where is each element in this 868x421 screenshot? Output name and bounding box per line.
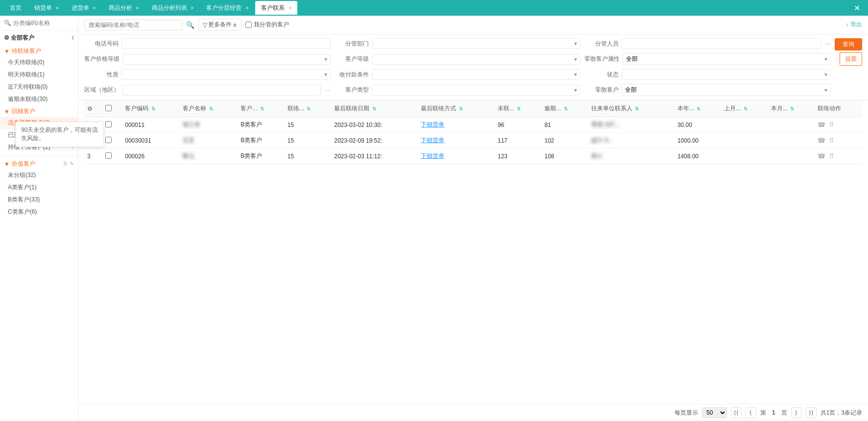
row1-contact-action[interactable]: ☎ (818, 121, 825, 128)
refresh-icon[interactable]: ↻ (63, 161, 68, 167)
nav-tab-analysis-list[interactable]: 商品分析列表 × (146, 1, 200, 15)
th-last-month[interactable]: 上月... ⇅ (721, 100, 768, 117)
row3-check[interactable] (105, 152, 112, 159)
last-page-button[interactable]: ⟩⟩ (806, 407, 817, 418)
th-customer-type[interactable]: 客户... ⇅ (238, 100, 285, 117)
th-contact[interactable]: 联络... ⇅ (285, 100, 332, 117)
sort-icon-name: ⇅ (209, 106, 213, 111)
sidebar-item-7days[interactable]: 近7天待联络(0) (0, 81, 78, 93)
nav-tab-customer-contact-close[interactable]: × (289, 5, 291, 11)
select-all-checkbox[interactable] (105, 105, 112, 111)
nav-tab-customer-tier-close[interactable]: × (245, 5, 248, 11)
next-page-button[interactable]: ⟩ (791, 407, 802, 418)
nav-tab-sales-label: 销货单 (34, 4, 52, 12)
customer-level-select[interactable]: ▾ (372, 54, 581, 65)
retail-attr-label: 零散客户属性 (584, 55, 620, 63)
row3-contact-action[interactable]: ☎ (818, 152, 825, 160)
window-close-button[interactable]: ✕ (850, 3, 864, 13)
nav-tab-analysis-list-close[interactable]: × (191, 5, 194, 11)
sidebar-item-today[interactable]: 今天待联络(0) (0, 56, 78, 69)
sidebar-item-class-a[interactable]: A类客户(1) (0, 181, 78, 194)
nav-tab-analysis-close[interactable]: × (136, 5, 139, 11)
payment-chevron: ▾ (574, 71, 577, 78)
row1-more-action[interactable]: ⠿ (829, 121, 834, 128)
edit-icon[interactable]: ✎ (70, 161, 74, 167)
th-code[interactable]: 客户编码 ⇅ (122, 100, 180, 117)
price-level-select[interactable]: ▾ (122, 54, 331, 65)
row1-overdue: 81 (541, 117, 588, 133)
row3-last-method[interactable]: 下销货单 (418, 149, 495, 164)
sidebar-item-class-b[interactable]: B类客户(33) (0, 194, 78, 206)
th-overdue[interactable]: 逾期... ⇅ (541, 100, 588, 117)
filter-field-customer-type: 客户类型 ▾ (335, 85, 581, 96)
export-button[interactable]: ↑ 导出 (845, 21, 862, 29)
customer-type-label: 客户类型 (335, 86, 369, 94)
row2-checkbox[interactable] (102, 133, 122, 149)
query-button[interactable]: 查询 (835, 38, 862, 50)
th-last-method[interactable]: 最后联络方式 ⇅ (418, 100, 495, 117)
retail-chevron: ▾ (824, 87, 827, 94)
th-this-year[interactable]: 本年... ⇅ (675, 100, 722, 117)
nav-tab-purchase[interactable]: 进货单 × (66, 1, 102, 15)
th-name[interactable]: 客户名称 ⇅ (180, 100, 238, 117)
row3-last-month (721, 149, 768, 164)
row2-more-action[interactable]: ⠿ (829, 137, 834, 144)
nav-tab-sales-close[interactable]: × (56, 5, 59, 11)
my-customers-checkbox[interactable]: 我分管的客户 (245, 21, 289, 29)
filter-row-4: 区域（地区） ··· 客户类型 ▾ 零散客户 (84, 84, 831, 96)
sidebar-all-customers[interactable]: ⚙ 全部客户 《 (0, 31, 78, 45)
nav-tab-sales[interactable]: 销货单 × (28, 1, 65, 15)
region-input[interactable] (122, 85, 321, 96)
region-dots[interactable]: ··· (326, 87, 331, 94)
nav-tab-purchase-close[interactable]: × (93, 5, 96, 11)
th-last-date[interactable]: 最后联络日期 ⇅ (331, 100, 418, 117)
row3-more-action[interactable]: ⠿ (829, 152, 834, 160)
per-page-select[interactable]: 50 100 (702, 407, 727, 418)
manager-dots[interactable]: ··· (826, 40, 831, 47)
nav-tab-customer-tier-label: 客户分层经营 (206, 4, 241, 12)
retail-attr-select[interactable]: 全部 ▾ (623, 53, 831, 65)
row2-check[interactable] (105, 137, 112, 143)
th-uncontacted[interactable]: 未联... ⇅ (495, 100, 542, 117)
nav-tab-customer-tier[interactable]: 客户分层经营 × (200, 1, 254, 15)
prev-page-button[interactable]: ⟨ (746, 407, 756, 418)
filter-search-button[interactable]: 🔍 (186, 21, 194, 29)
price-level-label: 客户价格等级 (84, 55, 120, 63)
th-contact-person[interactable]: 往来单位联系人 ⇅ (588, 100, 675, 117)
nav-tab-customer-contact[interactable]: 客户联系 × (255, 1, 297, 15)
nav-tab-analysis[interactable]: 商品分析 × (103, 1, 145, 15)
row2-contact-person: 赵六 3... (588, 133, 675, 149)
manager-input[interactable] (622, 38, 821, 49)
row1-check[interactable] (105, 121, 112, 127)
row2-last-method[interactable]: 下销货单 (418, 133, 495, 149)
nav-home[interactable]: 首页 (4, 1, 27, 15)
filter-field-region: 区域（地区） ··· (84, 85, 331, 96)
customer-level-label: 客户等级 (335, 55, 369, 63)
th-checkbox[interactable] (102, 100, 122, 117)
phone-input[interactable] (121, 38, 331, 49)
sidebar-search-input[interactable] (13, 20, 74, 26)
row1-last-method[interactable]: 下销货单 (418, 117, 495, 133)
row1-actions: ☎ ⠿ (815, 117, 862, 133)
status-select[interactable]: ▾ (622, 69, 831, 80)
customer-type-select[interactable]: ▾ (372, 85, 581, 96)
payment-select[interactable]: ▾ (372, 69, 581, 80)
sidebar-item-tomorrow[interactable]: 明天待联络(1) (0, 69, 78, 81)
row1-checkbox[interactable] (102, 117, 122, 133)
filter-more-button[interactable]: ▽ 更多条件 ∧ (198, 19, 241, 31)
th-settings[interactable]: ⚙ (84, 100, 102, 117)
row3-checkbox[interactable] (102, 149, 122, 164)
filter-search-input[interactable] (84, 20, 182, 30)
nature-select[interactable]: ▾ (121, 69, 331, 80)
my-customers-check[interactable] (245, 22, 252, 28)
sidebar-item-overdue[interactable]: 逾期未联络(30) (0, 93, 78, 105)
row2-contact-action[interactable]: ☎ (818, 137, 825, 144)
settings-button[interactable]: 设置 (840, 52, 862, 66)
sidebar-item-class-c[interactable]: C类客户(6) (0, 206, 78, 218)
sidebar-item-unclassified[interactable]: 未分组(32) (0, 169, 78, 181)
retail-select[interactable]: 全部 ▾ (622, 84, 831, 96)
th-this-month[interactable]: 本月... ⇅ (768, 100, 815, 117)
price-level-chevron: ▾ (324, 56, 327, 63)
dept-select[interactable]: ▾ (372, 38, 581, 49)
first-page-button[interactable]: ⟨⟨ (731, 407, 742, 418)
